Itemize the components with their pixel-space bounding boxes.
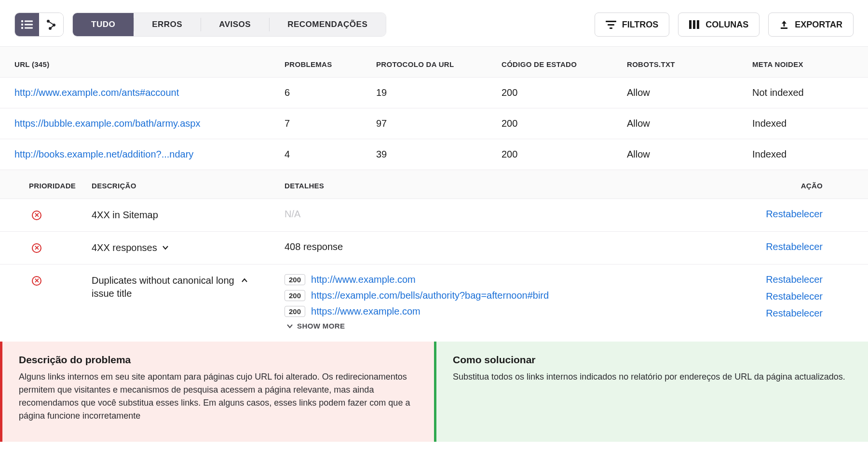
issues-subtable: PRIORIDADE DESCRIÇÃO DETALHES AÇÃO ✕ 4XX… (0, 170, 868, 340)
cell-robots: Allow (627, 118, 752, 129)
problem-description-panel: Descrição do problema Alguns links inter… (0, 342, 434, 442)
svg-rect-3 (25, 21, 33, 22)
chevron-down-icon (286, 323, 293, 330)
detail-url-item: 200 http://www.example.com (285, 274, 757, 285)
status-badge: 200 (285, 290, 305, 301)
solution-panel: Como solucionar Substitua todos os links… (434, 342, 868, 442)
detail-url-link[interactable]: http://www.example.com (311, 274, 416, 285)
url-link[interactable]: https://bubble.example.com/bath/army.asp… (14, 118, 285, 129)
cell-meta: Indexed (752, 118, 854, 129)
columns-button[interactable]: COLUNAS (678, 13, 760, 37)
cell-status: 200 (502, 87, 627, 98)
svg-rect-12 (689, 20, 692, 29)
issue-desc: 4XX in Sitemap (92, 209, 158, 222)
table-row[interactable]: https://bubble.example.com/bath/army.asp… (0, 108, 868, 139)
col-desc: DESCRIÇÃO (92, 182, 285, 190)
restore-action[interactable]: Restabelecer (757, 209, 854, 220)
tab-erros[interactable]: ERROS (134, 13, 201, 36)
cell-meta: Not indexed (752, 87, 854, 98)
cell-meta: Indexed (752, 149, 854, 160)
cell-status: 200 (502, 118, 627, 129)
detail-url-item: 200 https://example.com/bells/authority?… (285, 290, 757, 301)
svg-rect-5 (25, 27, 33, 29)
col-details: DETALHES (285, 182, 757, 190)
svg-rect-14 (697, 20, 699, 29)
top-toolbar: TUDO ERROS AVISOS RECOMENDAÇÕES FILTROS … (0, 0, 868, 46)
table-row[interactable]: http://books.example.net/addition?...nda… (0, 139, 868, 170)
issue-row: ✕ 4XX responses 408 response Restabelece… (0, 232, 868, 264)
tree-view-button[interactable] (39, 13, 63, 36)
columns-icon (689, 20, 700, 29)
col-priority: PRIORIDADE (29, 182, 92, 190)
status-badge: 200 (285, 306, 305, 317)
priority-cell: ✕ (29, 274, 92, 286)
col-status[interactable]: CÓDIGO DE ESTADO (502, 60, 627, 68)
cell-protocol: 19 (376, 87, 502, 98)
cell-protocol: 97 (376, 118, 502, 129)
restore-action[interactable]: Restabelecer (757, 291, 854, 302)
chevron-up-icon (241, 277, 248, 284)
svg-rect-9 (606, 21, 616, 22)
error-icon: ✕ (32, 211, 41, 220)
col-problems[interactable]: PROBLEMAS (285, 60, 376, 68)
cell-status: 200 (502, 149, 627, 160)
list-view-button[interactable] (15, 13, 39, 36)
url-link[interactable]: http://books.example.net/addition?...nda… (14, 149, 285, 160)
panel-title: Descrição do problema (19, 354, 420, 366)
svg-rect-11 (610, 27, 612, 29)
restore-action[interactable]: Restabelecer (757, 308, 854, 319)
svg-point-1 (21, 24, 23, 26)
cell-protocol: 39 (376, 149, 502, 160)
filters-button[interactable]: FILTROS (595, 13, 670, 37)
help-panels: Descrição do problema Alguns links inter… (0, 342, 868, 442)
detail-url-link[interactable]: https://www.example.com (311, 306, 420, 317)
tab-tudo[interactable]: TUDO (73, 13, 134, 36)
panel-title: Como solucionar (453, 354, 854, 366)
cell-robots: Allow (627, 149, 752, 160)
table-row[interactable]: http://www.example.com/ants#account 6 19… (0, 78, 868, 108)
details-cell: N/A (285, 209, 757, 220)
desc-cell[interactable]: 4XX responses (92, 241, 285, 254)
desc-cell[interactable]: Duplicates without canonical long issue … (92, 274, 285, 300)
svg-rect-4 (25, 24, 33, 26)
svg-point-0 (21, 20, 23, 22)
detail-url-item: 200 https://www.example.com (285, 306, 757, 317)
details-cell: 200 http://www.example.com 200 https://e… (285, 274, 757, 330)
svg-rect-10 (608, 24, 614, 26)
priority-cell: ✕ (29, 209, 92, 220)
col-url[interactable]: URL (345) (14, 60, 285, 68)
tab-recomendacoes[interactable]: RECOMENDAÇÕES (269, 13, 386, 36)
filter-tabs: TUDO ERROS AVISOS RECOMENDAÇÕES (72, 13, 386, 37)
tab-avisos[interactable]: AVISOS (201, 13, 269, 36)
priority-cell: ✕ (29, 241, 92, 253)
show-more-label: SHOW MORE (297, 322, 345, 330)
col-robots[interactable]: ROBOTS.TXT (627, 60, 752, 68)
tree-icon (45, 19, 57, 30)
error-icon: ✕ (32, 243, 41, 253)
url-table: URL (345) PROBLEMAS PROTOCOLO DA URL CÓD… (0, 46, 868, 170)
issues-header-row: PRIORIDADE DESCRIÇÃO DETALHES AÇÃO (0, 170, 868, 199)
restore-action[interactable]: Restabelecer (757, 274, 854, 285)
detail-url-link[interactable]: https://example.com/bells/authority?bag=… (311, 290, 549, 301)
issue-desc: Duplicates without canonical long issue … (92, 274, 236, 300)
cell-problems: 4 (285, 149, 376, 160)
details-cell: 408 response (285, 241, 757, 252)
restore-action[interactable]: Restabelecer (757, 241, 854, 252)
col-protocol[interactable]: PROTOCOLO DA URL (376, 60, 502, 68)
export-button[interactable]: EXPORTAR (768, 13, 854, 37)
table-header-row: URL (345) PROBLEMAS PROTOCOLO DA URL CÓD… (0, 46, 868, 78)
export-label: EXPORTAR (795, 20, 842, 30)
view-toggle (14, 13, 64, 37)
error-icon: ✕ (32, 276, 41, 286)
issue-desc: 4XX responses (92, 241, 157, 254)
issue-row: ✕ 4XX in Sitemap N/A Restabelecer (0, 199, 868, 232)
chevron-down-icon (162, 244, 169, 251)
url-link[interactable]: http://www.example.com/ants#account (14, 87, 285, 98)
upload-icon (779, 20, 789, 29)
col-meta[interactable]: META NOIDEX (752, 60, 854, 68)
show-more-button[interactable]: SHOW MORE (286, 322, 757, 330)
cell-problems: 7 (285, 118, 376, 129)
desc-cell: 4XX in Sitemap (92, 209, 285, 222)
svg-rect-15 (781, 27, 787, 29)
columns-label: COLUNAS (705, 20, 748, 30)
